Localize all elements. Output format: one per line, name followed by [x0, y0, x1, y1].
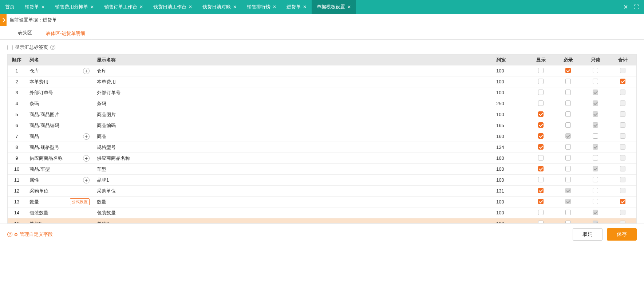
section-tab[interactable]: 表体区-进货单明细 — [39, 27, 92, 40]
fullscreen-icon[interactable]: ⛶ — [634, 4, 639, 10]
table-row[interactable]: 14包装数量包装数量100 — [8, 207, 636, 218]
table-row[interactable]: 15单位2单位2100 — [8, 218, 636, 223]
table-row[interactable]: 11属性+品牌1100 — [8, 175, 636, 186]
cell-width: 100 — [493, 209, 527, 217]
top-tab[interactable]: 钱货日清对账✕ — [197, 0, 242, 14]
cell-width: 100 — [493, 198, 527, 206]
top-tab[interactable]: 钱货日清工作台✕ — [148, 0, 197, 14]
checkbox-show[interactable] — [538, 90, 544, 95]
cell-display: 条码 — [93, 99, 493, 108]
checkbox-sum[interactable] — [620, 199, 625, 204]
checkbox-show[interactable] — [538, 111, 544, 117]
close-icon[interactable]: ✕ — [90, 0, 94, 14]
top-tab[interactable]: 销货单✕ — [20, 0, 50, 14]
save-button[interactable]: 保存 — [607, 228, 637, 241]
checkbox-required[interactable] — [565, 111, 571, 117]
close-tabs-icon[interactable]: ✕ — [623, 4, 628, 11]
checkbox-show[interactable] — [538, 144, 544, 150]
cell-seq: 1 — [8, 67, 26, 75]
add-icon[interactable]: + — [83, 155, 90, 162]
checkbox-show[interactable] — [538, 177, 544, 182]
checkbox-show[interactable] — [538, 79, 544, 84]
close-icon[interactable]: ✕ — [303, 0, 307, 14]
close-icon[interactable]: ✕ — [41, 0, 45, 14]
checkbox-readonly[interactable] — [593, 79, 598, 84]
manage-custom-fields-link[interactable]: ? ⚙ 管理自定义字段 — [7, 231, 53, 238]
add-icon[interactable]: + — [83, 68, 90, 74]
checkbox-show[interactable] — [538, 133, 544, 139]
checkbox-required[interactable] — [565, 79, 571, 84]
expand-handle-icon[interactable] — [0, 14, 7, 26]
checkbox-required[interactable] — [565, 144, 571, 150]
checkbox-show[interactable] — [538, 100, 544, 106]
checkbox-sum — [620, 210, 625, 215]
table-row[interactable]: 1仓库+仓库100 — [8, 66, 636, 76]
checkbox-readonly[interactable] — [593, 68, 598, 73]
checkbox-required[interactable] — [565, 166, 571, 171]
cell-seq: 4 — [8, 99, 26, 108]
checkbox-show[interactable] — [538, 188, 544, 193]
checkbox-sum[interactable] — [620, 79, 625, 84]
cell-seq: 7 — [8, 132, 26, 140]
checkbox-show[interactable] — [538, 210, 544, 215]
checkbox-required[interactable] — [565, 100, 571, 106]
table-row[interactable]: 3外部订单号外部订单号100 — [8, 87, 636, 98]
close-icon[interactable]: ✕ — [139, 0, 143, 14]
cell-display: 供应商商品名称 — [93, 154, 493, 163]
checkbox-readonly[interactable] — [593, 177, 598, 182]
formula-button[interactable]: 公式设置 — [70, 198, 90, 205]
table-row[interactable]: 12采购单位采购单位131 — [8, 186, 636, 197]
table-row[interactable]: 7商品+商品160 — [8, 131, 636, 142]
checkbox-required[interactable] — [565, 210, 571, 215]
checkbox-show[interactable] — [538, 68, 544, 73]
checkbox-show[interactable] — [538, 122, 544, 128]
cell-display: 品牌1 — [93, 175, 493, 185]
checkbox-required[interactable] — [565, 177, 571, 182]
checkbox-readonly[interactable] — [593, 199, 598, 204]
add-icon[interactable]: + — [83, 177, 90, 183]
top-tab[interactable]: 进货单✕ — [281, 0, 312, 14]
table-row[interactable]: 8商品.规格型号规格型号124 — [8, 142, 636, 153]
table-row[interactable]: 13数量公式设置数量100 — [8, 197, 636, 207]
checkbox-required[interactable] — [565, 68, 571, 73]
top-tab[interactable]: 销售排行榜✕ — [242, 0, 281, 14]
checkbox-show[interactable] — [538, 166, 544, 171]
top-tab[interactable]: 首页 — [0, 0, 20, 14]
top-tab[interactable]: 销售订单工作台✕ — [99, 0, 148, 14]
checkbox-required — [565, 188, 571, 193]
top-tab[interactable]: 单据模板设置✕ — [312, 0, 356, 14]
close-icon[interactable]: ✕ — [273, 0, 276, 14]
close-icon[interactable]: ✕ — [189, 0, 192, 14]
th-seq: 顺序 — [8, 55, 26, 65]
checkbox-show[interactable] — [538, 199, 544, 204]
close-icon[interactable]: ✕ — [347, 0, 351, 14]
checkbox-required[interactable] — [565, 155, 571, 161]
checkbox-readonly[interactable] — [593, 188, 598, 193]
top-tab[interactable]: 销售费用分摊单✕ — [50, 0, 99, 14]
help-icon[interactable]: ? — [50, 45, 55, 50]
checkbox-show[interactable] — [538, 155, 544, 161]
table-row[interactable]: 4条码条码250 — [8, 98, 636, 109]
table-row[interactable]: 5商品.商品图片商品图片100 — [8, 109, 636, 120]
table-row[interactable]: 6商品.商品编码商品编码165 — [8, 120, 636, 131]
table-row[interactable]: 10商品.车型车型100 — [8, 164, 636, 175]
checkbox-required[interactable] — [565, 122, 571, 128]
footer-help-icon[interactable]: ? — [7, 232, 12, 237]
checkbox-readonly[interactable] — [593, 133, 598, 139]
checkbox-sum — [620, 133, 625, 139]
checkbox-required — [565, 199, 571, 204]
cell-width: 124 — [493, 143, 527, 151]
columns-table: 顺序 列名 显示名称 列宽 显示 必录 只读 合计 1仓库+仓库1002本单费用… — [7, 54, 637, 223]
summary-toggle-checkbox[interactable] — [7, 45, 13, 50]
cell-display: 仓库 — [93, 66, 493, 76]
table-row[interactable]: 9供应商商品名称+供应商商品名称160 — [8, 153, 636, 164]
checkbox-show[interactable] — [538, 221, 544, 224]
checkbox-required[interactable] — [565, 221, 571, 224]
checkbox-required[interactable] — [565, 90, 571, 95]
close-icon[interactable]: ✕ — [233, 0, 237, 14]
add-icon[interactable]: + — [83, 133, 90, 140]
section-tab[interactable]: 表头区 — [11, 26, 39, 40]
cancel-button[interactable]: 取消 — [573, 228, 602, 241]
checkbox-readonly[interactable] — [593, 155, 598, 161]
table-row[interactable]: 2本单费用本单费用100 — [8, 76, 636, 87]
